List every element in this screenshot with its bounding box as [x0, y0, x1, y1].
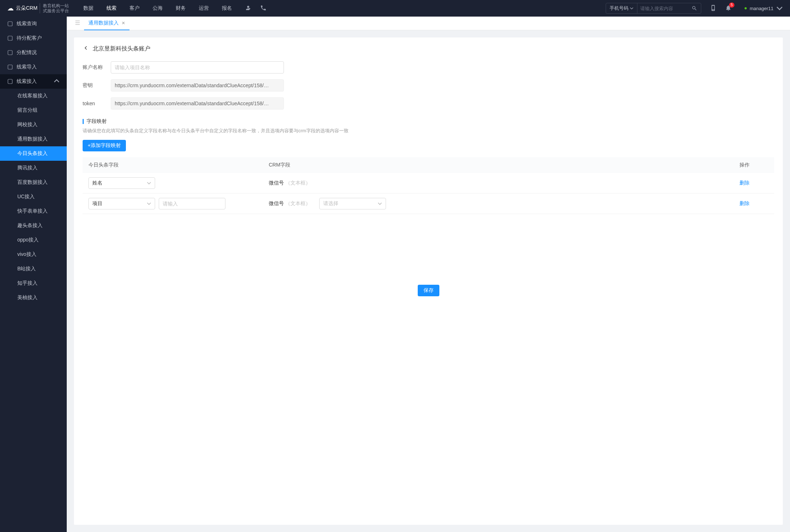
- tab-general-data-access[interactable]: 通用数据接入 ✕: [84, 17, 130, 30]
- table-row: 姓名微信号（文本框）删除: [83, 173, 774, 194]
- sidebar-sub-4-6[interactable]: 百度数据接入: [0, 175, 67, 190]
- user-menu[interactable]: manager11: [745, 5, 783, 12]
- search-input[interactable]: [637, 6, 688, 11]
- sidebar-item-1[interactable]: 待分配客户: [0, 31, 67, 45]
- tab-label: 通用数据接入: [88, 20, 119, 26]
- svg-rect-4: [8, 79, 12, 84]
- sidebar-sub-4-10[interactable]: oppo接入: [0, 233, 67, 247]
- sidebar-sub-4-7[interactable]: UC接入: [0, 190, 67, 204]
- crm-field-name: 微信号: [269, 180, 284, 186]
- toutiao-field-extra-input[interactable]: [159, 198, 225, 209]
- svg-rect-3: [8, 65, 12, 69]
- sidebar-sub-4-13[interactable]: 知乎接入: [0, 276, 67, 291]
- sidebar-sub-4-1[interactable]: 留言分组: [0, 103, 67, 118]
- tab-close-button[interactable]: ✕: [122, 21, 125, 26]
- sidebar-collapse-button[interactable]: [71, 20, 84, 27]
- chevron-down-icon: [776, 5, 783, 12]
- mobile-icon[interactable]: [710, 5, 716, 12]
- svg-rect-0: [8, 22, 12, 26]
- sidebar-item-2[interactable]: 分配情况: [0, 45, 67, 60]
- section-accent-bar: [83, 119, 84, 124]
- add-field-mapping-button[interactable]: +添加字段映射: [83, 140, 126, 151]
- logo[interactable]: ☁ 云朵CRM 教育机构一站式服务云平台: [7, 3, 69, 14]
- sidebar-item-0[interactable]: 线索查询: [0, 17, 67, 31]
- logo-tagline: 教育机构一站式服务云平台: [40, 3, 69, 14]
- nav-item-4[interactable]: 财务: [176, 5, 186, 12]
- secret-input[interactable]: [111, 79, 284, 92]
- sidebar: 线索查询待分配客户分配情况线索导入线索接入在线客服接入留言分组网校接入通用数据接…: [0, 17, 67, 532]
- main-nav: 数据线索客户公海财务运营报名: [83, 5, 232, 12]
- nav-item-6[interactable]: 报名: [222, 5, 232, 12]
- sidebar-sub-4-9[interactable]: 趣头条接入: [0, 218, 67, 233]
- field-mapping-title: 字段映射: [87, 118, 107, 125]
- search-button[interactable]: [688, 5, 701, 11]
- crm-field-select[interactable]: 请选择: [319, 198, 386, 209]
- nav-item-2[interactable]: 客户: [130, 5, 140, 12]
- page-title: 北京昱新科技头条账户: [93, 45, 150, 53]
- account-name-label: 账户名称: [83, 64, 108, 71]
- svg-rect-2: [8, 50, 12, 55]
- sidebar-sub-4-3[interactable]: 通用数据接入: [0, 132, 67, 146]
- field-mapping-table: 今日头条字段 CRM字段 操作 姓名微信号（文本框）删除项目微信号（文本框）请选…: [83, 157, 774, 214]
- search-type-label: 手机号码: [610, 5, 628, 12]
- crm-field-type: （文本框）: [285, 200, 311, 207]
- page-header: 北京昱新科技头条账户: [83, 45, 774, 53]
- nav-item-5[interactable]: 运营: [199, 5, 209, 12]
- tab-bar: 通用数据接入 ✕: [67, 17, 790, 30]
- sidebar-sub-4-5[interactable]: 腾讯接入: [0, 161, 67, 175]
- search-group: 手机号码: [606, 3, 701, 14]
- sidebar-sub-4-14[interactable]: 美柚接入: [0, 291, 67, 305]
- secret-label: 密钥: [83, 82, 108, 89]
- delete-row-button[interactable]: 删除: [739, 200, 750, 206]
- notification-bell[interactable]: 5: [725, 5, 732, 12]
- field-mapping-description: 请确保您在此填写的头条自定义字段名称与在今日头条平台中自定义的字段名称一致，并且…: [83, 128, 774, 134]
- token-input[interactable]: [111, 97, 284, 110]
- nav-item-0[interactable]: 数据: [83, 5, 93, 12]
- sidebar-item-3[interactable]: 线索导入: [0, 60, 67, 74]
- user-add-icon[interactable]: [245, 5, 251, 12]
- save-button[interactable]: 保存: [418, 285, 439, 296]
- menu-collapse-icon: [75, 20, 80, 26]
- notification-badge: 5: [729, 3, 735, 8]
- sidebar-sub-4-12[interactable]: B站接入: [0, 262, 67, 276]
- delete-row-button[interactable]: 删除: [739, 180, 750, 186]
- back-button[interactable]: [83, 45, 89, 53]
- toutiao-field-select[interactable]: 姓名: [88, 177, 155, 189]
- search-type-select[interactable]: 手机号码: [606, 3, 637, 13]
- nav-item-1[interactable]: 线索: [106, 5, 117, 12]
- account-name-input[interactable]: [111, 61, 284, 74]
- svg-rect-1: [8, 36, 12, 40]
- status-dot: [745, 7, 747, 9]
- sidebar-sub-4-4[interactable]: 今日头条接入: [0, 146, 67, 161]
- column-header-toutiao-field: 今日头条字段: [88, 162, 269, 168]
- column-header-action: 操作: [739, 162, 768, 168]
- sidebar-sub-4-11[interactable]: vivo接入: [0, 247, 67, 262]
- logo-icon: ☁: [7, 4, 14, 12]
- sidebar-sub-4-8[interactable]: 快手表单接入: [0, 204, 67, 218]
- crm-field-type: （文本框）: [285, 180, 311, 186]
- sidebar-sub-4-0[interactable]: 在线客服接入: [0, 89, 67, 103]
- chevron-down-icon: [630, 6, 633, 10]
- logo-name: 云朵CRM: [16, 5, 38, 12]
- table-row: 项目微信号（文本框）请选择删除: [83, 194, 774, 214]
- user-name: manager11: [750, 6, 773, 11]
- column-header-crm-field: CRM字段: [269, 162, 739, 168]
- sidebar-sub-4-2[interactable]: 网校接入: [0, 118, 67, 132]
- token-label: token: [83, 101, 108, 106]
- phone-icon[interactable]: [260, 5, 267, 12]
- toutiao-field-select[interactable]: 项目: [88, 198, 155, 209]
- crm-field-name: 微信号: [269, 200, 284, 207]
- sidebar-item-4[interactable]: 线索接入: [0, 74, 67, 89]
- nav-item-3[interactable]: 公海: [153, 5, 163, 12]
